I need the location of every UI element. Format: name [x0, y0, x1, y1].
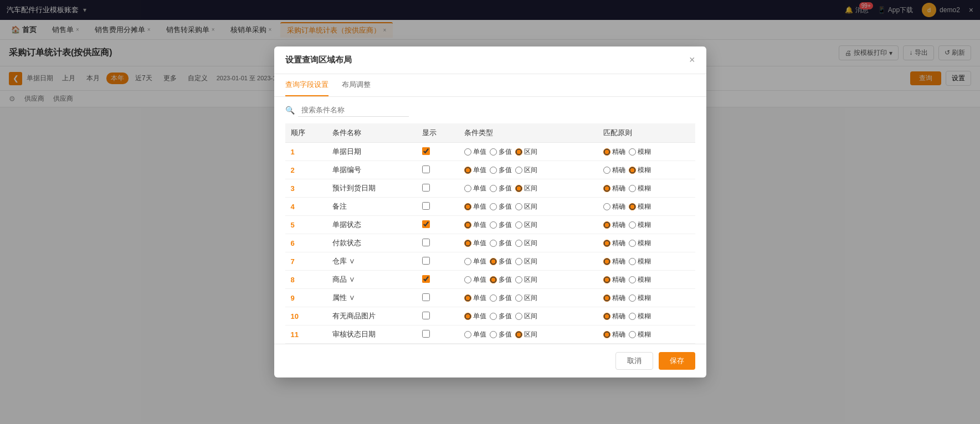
- type-radio-单值[interactable]: [464, 221, 471, 229]
- type-radio-多值[interactable]: [490, 294, 497, 302]
- type-radio-单值[interactable]: [464, 313, 471, 320]
- display-checkbox[interactable]: [422, 147, 430, 155]
- type-radio-区间[interactable]: [515, 294, 522, 302]
- rule-option-模糊[interactable]: 模糊: [629, 312, 651, 321]
- type-radio-区间[interactable]: [515, 221, 522, 229]
- rule-radio-模糊[interactable]: [629, 294, 636, 302]
- display-checkbox[interactable]: [422, 166, 430, 173]
- dialog-tab-query-fields[interactable]: 查询字段设置: [285, 74, 329, 96]
- rule-radio-模糊[interactable]: [629, 258, 636, 265]
- display-checkbox[interactable]: [422, 184, 430, 192]
- type-option-单值[interactable]: 单值: [464, 275, 486, 285]
- type-radio-单值[interactable]: [464, 331, 471, 338]
- rule-option-精确[interactable]: 精确: [603, 312, 625, 321]
- rule-radio-模糊[interactable]: [629, 240, 636, 247]
- type-radio-多值[interactable]: [490, 240, 497, 247]
- type-option-区间[interactable]: 区间: [515, 202, 537, 211]
- type-radio-多值[interactable]: [490, 203, 497, 210]
- type-option-区间[interactable]: 区间: [515, 147, 537, 157]
- rule-radio-精确[interactable]: [603, 294, 610, 302]
- type-radio-区间[interactable]: [515, 203, 522, 210]
- display-checkbox[interactable]: [422, 275, 430, 283]
- rule-option-精确[interactable]: 精确: [603, 166, 625, 175]
- row-display[interactable]: [417, 179, 459, 198]
- row-display[interactable]: [417, 289, 459, 307]
- display-checkbox[interactable]: [422, 257, 430, 265]
- rule-option-精确[interactable]: 精确: [603, 202, 625, 211]
- row-display[interactable]: [417, 307, 459, 325]
- type-option-多值[interactable]: 多值: [490, 312, 512, 321]
- type-radio-区间[interactable]: [515, 185, 522, 192]
- rule-option-精确[interactable]: 精确: [603, 184, 625, 193]
- rule-option-精确[interactable]: 精确: [603, 147, 625, 157]
- type-radio-多值[interactable]: [490, 331, 497, 338]
- type-radio-单值[interactable]: [464, 185, 471, 192]
- type-radio-单值[interactable]: [464, 294, 471, 302]
- type-radio-区间[interactable]: [515, 240, 522, 247]
- type-option-区间[interactable]: 区间: [515, 275, 537, 285]
- rule-option-模糊[interactable]: 模糊: [629, 147, 651, 157]
- search-input[interactable]: [298, 104, 409, 117]
- display-checkbox[interactable]: [422, 330, 430, 338]
- type-option-单值[interactable]: 单值: [464, 293, 486, 303]
- rule-radio-精确[interactable]: [603, 240, 610, 247]
- row-display[interactable]: [417, 216, 459, 234]
- rule-radio-精确[interactable]: [603, 148, 610, 156]
- row-display[interactable]: [417, 252, 459, 271]
- type-radio-区间[interactable]: [515, 313, 522, 320]
- type-option-单值[interactable]: 单值: [464, 257, 486, 266]
- rule-option-精确[interactable]: 精确: [603, 257, 625, 266]
- rule-radio-模糊[interactable]: [629, 203, 636, 210]
- type-option-区间[interactable]: 区间: [515, 257, 537, 266]
- type-option-多值[interactable]: 多值: [490, 330, 512, 339]
- type-radio-单值[interactable]: [464, 203, 471, 210]
- type-radio-单值[interactable]: [464, 258, 471, 265]
- type-option-多值[interactable]: 多值: [490, 220, 512, 230]
- type-radio-单值[interactable]: [464, 240, 471, 247]
- rule-option-模糊[interactable]: 模糊: [629, 293, 651, 303]
- rule-option-模糊[interactable]: 模糊: [629, 202, 651, 211]
- rule-option-模糊[interactable]: 模糊: [629, 330, 651, 339]
- rule-option-模糊[interactable]: 模糊: [629, 275, 651, 285]
- display-checkbox[interactable]: [422, 293, 430, 301]
- rule-radio-模糊[interactable]: [629, 313, 636, 320]
- type-option-单值[interactable]: 单值: [464, 202, 486, 211]
- type-option-区间[interactable]: 区间: [515, 166, 537, 175]
- rule-radio-精确[interactable]: [603, 331, 610, 338]
- rule-radio-精确[interactable]: [603, 221, 610, 229]
- type-radio-多值[interactable]: [490, 148, 497, 156]
- rule-radio-模糊[interactable]: [629, 221, 636, 229]
- row-display[interactable]: [417, 143, 459, 161]
- rule-option-精确[interactable]: 精确: [603, 275, 625, 285]
- type-radio-多值[interactable]: [490, 185, 497, 192]
- type-option-单值[interactable]: 单值: [464, 220, 486, 230]
- type-option-多值[interactable]: 多值: [490, 147, 512, 157]
- rule-radio-精确[interactable]: [603, 203, 610, 210]
- cancel-button[interactable]: 取消: [615, 352, 653, 370]
- row-display[interactable]: [417, 198, 459, 216]
- rule-option-模糊[interactable]: 模糊: [629, 239, 651, 248]
- rule-radio-模糊[interactable]: [629, 167, 636, 174]
- type-radio-多值[interactable]: [490, 167, 497, 174]
- type-option-多值[interactable]: 多值: [490, 275, 512, 285]
- rule-option-精确[interactable]: 精确: [603, 330, 625, 339]
- row-display[interactable]: [417, 234, 459, 252]
- type-radio-区间[interactable]: [515, 167, 522, 174]
- type-option-多值[interactable]: 多值: [490, 202, 512, 211]
- type-option-区间[interactable]: 区间: [515, 239, 537, 248]
- type-option-区间[interactable]: 区间: [515, 293, 537, 303]
- type-option-多值[interactable]: 多值: [490, 166, 512, 175]
- rule-radio-模糊[interactable]: [629, 331, 636, 338]
- type-option-区间[interactable]: 区间: [515, 330, 537, 339]
- type-option-多值[interactable]: 多值: [490, 293, 512, 303]
- type-option-区间[interactable]: 区间: [515, 220, 537, 230]
- row-display[interactable]: [417, 271, 459, 289]
- display-checkbox[interactable]: [422, 239, 430, 246]
- rule-radio-精确[interactable]: [603, 167, 610, 174]
- type-radio-区间[interactable]: [515, 331, 522, 338]
- rule-option-精确[interactable]: 精确: [603, 293, 625, 303]
- type-option-单值[interactable]: 单值: [464, 330, 486, 339]
- rule-option-精确[interactable]: 精确: [603, 239, 625, 248]
- rule-radio-精确[interactable]: [603, 258, 610, 265]
- row-display[interactable]: [417, 161, 459, 179]
